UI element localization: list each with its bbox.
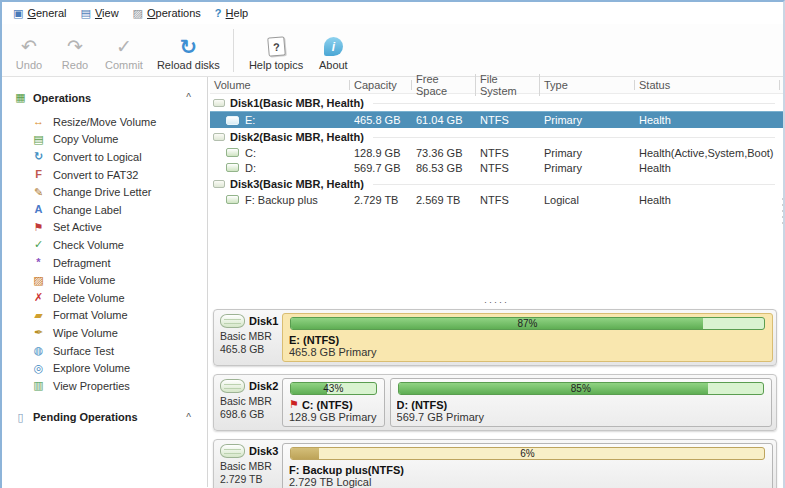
partition-detail: 569.7 GB Primary bbox=[397, 411, 765, 424]
usage-bar: 87% bbox=[290, 317, 765, 330]
group-divider-line bbox=[373, 184, 775, 185]
partition-label: E: (NTFS) bbox=[289, 333, 766, 346]
reload-disks-button[interactable]: ↻ Reload disks bbox=[150, 27, 227, 76]
column-header-status[interactable]: Status bbox=[635, 77, 780, 93]
file-system-cell: NTFS bbox=[476, 162, 540, 174]
undo-button[interactable]: ↶ Undo bbox=[6, 27, 52, 76]
sidebar-item-convert-to-fat32[interactable]: FConvert to FAT32 bbox=[2, 166, 207, 184]
volume-row-c[interactable]: C:128.9 GB73.36 GBNTFSPrimaryHealth(Acti… bbox=[210, 145, 783, 160]
column-header-type[interactable]: Type bbox=[540, 77, 635, 93]
menu-item-general[interactable]: ▣General bbox=[9, 5, 71, 21]
sidebar-item-hide-volume[interactable]: ▨Hide Volume bbox=[2, 271, 207, 289]
redo-icon: ↷ bbox=[67, 35, 83, 59]
sidebar-item-copy-volume[interactable]: ▤Copy Volume bbox=[2, 131, 207, 149]
disk-icon bbox=[213, 180, 225, 188]
partition-f-backup-plus-ntfs[interactable]: 6%F: Backup plus(NTFS)2.729 TB Logical bbox=[282, 443, 773, 488]
menu-item-view[interactable]: ▤View bbox=[77, 5, 123, 21]
panel-splitter[interactable]: ····· bbox=[210, 297, 783, 309]
sidebar-item-label: Format Volume bbox=[53, 309, 128, 321]
disk-scheme: Basic MBR bbox=[220, 330, 275, 343]
section-header-pending-operations[interactable]: ▯Pending Operations^ bbox=[2, 409, 207, 426]
group-divider-line bbox=[373, 137, 775, 138]
usage-percent-label: 87% bbox=[291, 318, 764, 330]
sidebar-item-convert-to-logical[interactable]: ↻Convert to Logical bbox=[2, 148, 207, 166]
disk-scheme: Basic MBR bbox=[220, 460, 275, 473]
table-body: Disk1(Basic MBR, Health)E:465.8 GB61.04 … bbox=[210, 95, 783, 207]
partition-detail: 465.8 GB Primary bbox=[289, 346, 766, 359]
partition-e-ntfs[interactable]: 87%E: (NTFS)465.8 GB Primary bbox=[282, 313, 773, 362]
sidebar-item-label: Wipe Volume bbox=[53, 327, 118, 339]
disk-panels: Disk1Basic MBR465.8 GB87%E: (NTFS)465.8 … bbox=[210, 309, 783, 488]
sidebar-item-change-label[interactable]: AChange Label bbox=[2, 201, 207, 219]
column-header-file-system[interactable]: File System bbox=[476, 71, 540, 99]
sidebar-item-defragment[interactable]: *Defragment bbox=[2, 254, 207, 272]
about-button[interactable]: i About bbox=[310, 27, 356, 76]
surface-test-icon: ◍ bbox=[32, 344, 45, 357]
volume-row-f-backup-plus[interactable]: F: Backup plus2.729 TB2.569 TBNTFSLogica… bbox=[210, 192, 783, 207]
disk-scheme: Basic MBR bbox=[220, 395, 275, 408]
collapse-chevron-icon[interactable]: ^ bbox=[186, 92, 191, 103]
explore-volume-icon: ◎ bbox=[32, 362, 45, 375]
usage-bar: 43% bbox=[290, 382, 377, 395]
column-header-volume[interactable]: Volume bbox=[210, 77, 350, 93]
type-cell: Primary bbox=[540, 162, 635, 174]
partition-label: ⚑C: (NTFS) bbox=[289, 398, 378, 411]
volume-row-d[interactable]: D:569.7 GB86.53 GBNTFSPrimaryHealth bbox=[210, 160, 783, 175]
column-header-capacity[interactable]: Capacity bbox=[350, 77, 412, 93]
disk-group-row[interactable]: Disk3(Basic MBR, Health) bbox=[210, 176, 783, 192]
sidebar-item-label: Change Drive Letter bbox=[53, 186, 151, 198]
disk-group-row[interactable]: Disk2(Basic MBR, Health) bbox=[210, 129, 783, 145]
disk-icon bbox=[220, 444, 245, 458]
menu-item-help[interactable]: ?Help bbox=[211, 5, 252, 21]
menu-item-operations[interactable]: ▨Operations bbox=[129, 5, 205, 21]
hide-volume-icon: ▨ bbox=[32, 274, 45, 287]
redo-button[interactable]: ↷ Redo bbox=[52, 27, 98, 76]
type-cell: Logical bbox=[540, 194, 635, 206]
menu-bar: ▣General▤View▨Operations?Help bbox=[2, 2, 783, 24]
sidebar-item-explore-volume[interactable]: ◎Explore Volume bbox=[2, 359, 207, 377]
partition-manager-window: ▣General▤View▨Operations?Help ↶ Undo ↷ R… bbox=[0, 0, 785, 488]
table-header: VolumeCapacityFree SpaceFile SystemTypeS… bbox=[210, 77, 783, 94]
disk-icon bbox=[220, 314, 245, 328]
sidebar-item-check-volume[interactable]: ✓Check Volume bbox=[2, 236, 207, 254]
partition-c-ntfs[interactable]: 43%⚑C: (NTFS)128.9 GB Primary bbox=[282, 378, 385, 427]
type-cell: Primary bbox=[540, 147, 635, 159]
section-header-operations[interactable]: ▦Operations^ bbox=[2, 89, 207, 106]
sidebar-item-format-volume[interactable]: ▰Format Volume bbox=[2, 307, 207, 325]
partition-name-text: F: Backup plus(NTFS) bbox=[289, 463, 404, 476]
reload-icon: ↻ bbox=[180, 35, 198, 59]
sidebar-item-wipe-volume[interactable]: ✒Wipe Volume bbox=[2, 324, 207, 342]
sidebar-item-delete-volume[interactable]: ✗Delete Volume bbox=[2, 289, 207, 307]
pending-operations-icon: ▯ bbox=[14, 411, 27, 424]
sidebar-splitter[interactable] bbox=[781, 198, 785, 224]
menu-item-label: View bbox=[95, 7, 119, 19]
sidebar-item-label: Set Active bbox=[53, 221, 102, 233]
sidebar-item-surface-test[interactable]: ◍Surface Test bbox=[2, 342, 207, 360]
help-topics-label: Help topics bbox=[249, 59, 303, 72]
partition-d-ntfs[interactable]: 85%D: (NTFS)569.7 GB Primary bbox=[390, 378, 772, 427]
disk-panel-disk2: Disk2Basic MBR698.6 GB43%⚑C: (NTFS)128.9… bbox=[213, 374, 777, 431]
change-drive-letter-icon: ✎ bbox=[32, 186, 45, 199]
sidebar-item-view-properties[interactable]: ▥View Properties bbox=[2, 377, 207, 395]
column-header-free-space[interactable]: Free Space bbox=[412, 71, 476, 99]
format-volume-icon: ▰ bbox=[32, 309, 45, 322]
help-topics-button[interactable]: ? Help topics bbox=[242, 27, 310, 76]
partitions: 87%E: (NTFS)465.8 GB Primary bbox=[282, 313, 773, 362]
content-area: ▦Operations^↔Resize/Move Volume▤Copy Vol… bbox=[2, 77, 783, 487]
about-label: About bbox=[319, 59, 348, 72]
disk-icon bbox=[213, 133, 225, 141]
volume-row-e[interactable]: E:465.8 GB61.04 GBNTFSPrimaryHealth bbox=[210, 111, 783, 128]
sidebar-item-label: Copy Volume bbox=[53, 133, 118, 145]
sidebar-item-change-drive-letter[interactable]: ✎Change Drive Letter bbox=[2, 183, 207, 201]
file-system-cell: NTFS bbox=[476, 114, 540, 126]
partition-name-text: E: (NTFS) bbox=[289, 333, 339, 346]
drive-icon bbox=[226, 163, 239, 172]
group-divider-line bbox=[373, 103, 775, 104]
collapse-chevron-icon[interactable]: ^ bbox=[186, 412, 191, 423]
usage-percent-label: 85% bbox=[399, 383, 763, 395]
sidebar-item-resize-move-volume[interactable]: ↔Resize/Move Volume bbox=[2, 113, 207, 131]
disk-name: Disk2 bbox=[249, 380, 278, 392]
commit-button[interactable]: ✓ Commit bbox=[98, 27, 150, 76]
sidebar-item-set-active[interactable]: ⚑Set Active bbox=[2, 219, 207, 237]
type-cell: Primary bbox=[540, 114, 635, 126]
